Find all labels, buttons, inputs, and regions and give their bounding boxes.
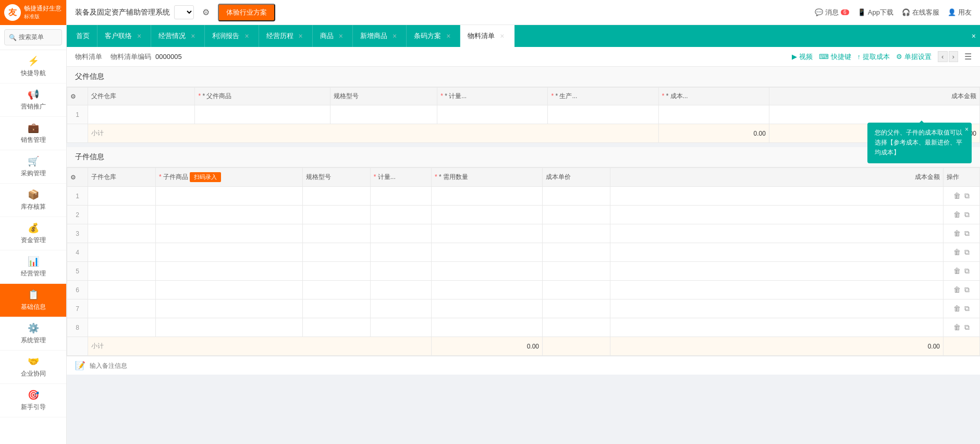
child-row-2-spec[interactable] bbox=[302, 206, 370, 224]
child-row-6-qty-unit[interactable] bbox=[370, 281, 431, 299]
sidebar-item-quick-nav[interactable]: ⚡ 快捷导航 bbox=[0, 50, 66, 83]
child-row-5-product[interactable] bbox=[155, 262, 302, 281]
child-row-5-unit-cost[interactable] bbox=[542, 262, 610, 281]
child-row-1-warehouse[interactable] bbox=[88, 187, 156, 206]
note-input[interactable] bbox=[90, 362, 972, 369]
child-row-2-warehouse[interactable] bbox=[88, 206, 156, 224]
delete-row-7-btn[interactable]: 🗑 bbox=[952, 303, 962, 314]
online-service-item[interactable]: 🎧 在线客服 bbox=[902, 8, 939, 17]
tab-new-goods[interactable]: 新增商品 × bbox=[353, 25, 407, 47]
tab-operations-close[interactable]: × bbox=[189, 32, 197, 40]
child-row-1-needed-qty[interactable] bbox=[431, 187, 542, 206]
tab-home[interactable]: 首页 bbox=[69, 25, 97, 47]
child-row-7-spec[interactable] bbox=[302, 299, 370, 318]
child-row-8-qty-unit[interactable] bbox=[370, 318, 431, 337]
child-row-7-warehouse[interactable] bbox=[88, 299, 156, 318]
list-view-icon[interactable]: ☰ bbox=[964, 52, 972, 62]
child-row-6-warehouse[interactable] bbox=[88, 281, 156, 299]
child-row-5-amount[interactable] bbox=[610, 262, 943, 281]
gear-icon[interactable]: ⚙ bbox=[198, 5, 214, 19]
sidebar-item-purchase[interactable]: 🛒 采购管理 bbox=[0, 150, 66, 184]
child-row-4-needed-qty[interactable] bbox=[431, 243, 542, 262]
child-row-7-needed-qty[interactable] bbox=[431, 299, 542, 318]
child-row-5-spec[interactable] bbox=[302, 262, 370, 281]
tab-goods-close[interactable]: × bbox=[337, 32, 345, 40]
child-row-8-needed-qty[interactable] bbox=[431, 318, 542, 337]
child-row-1-product[interactable] bbox=[155, 187, 302, 206]
tab-profit-close[interactable]: × bbox=[242, 32, 251, 40]
tooltip-close-btn[interactable]: × bbox=[965, 125, 969, 135]
child-row-4-product[interactable] bbox=[155, 243, 302, 262]
copy-row-2-btn[interactable]: ⧉ bbox=[963, 209, 971, 220]
tab-bom-close[interactable]: × bbox=[498, 32, 506, 40]
child-row-2-product[interactable] bbox=[155, 206, 302, 224]
tab-customer[interactable]: 客户联络 × bbox=[97, 25, 151, 47]
child-row-1-unit-cost[interactable] bbox=[542, 187, 610, 206]
sidebar-item-operations[interactable]: 📊 经营管理 bbox=[0, 250, 66, 284]
single-settings-action[interactable]: ⚙ 单据设置 bbox=[896, 52, 932, 62]
sidebar-item-inventory[interactable]: 📦 库存核算 bbox=[0, 184, 66, 217]
tab-history[interactable]: 经营历程 × bbox=[259, 25, 313, 47]
child-row-5-warehouse[interactable] bbox=[88, 262, 156, 281]
tab-new-goods-close[interactable]: × bbox=[390, 32, 399, 40]
child-row-4-amount[interactable] bbox=[610, 243, 943, 262]
child-row-2-needed-qty[interactable] bbox=[431, 206, 542, 224]
sidebar-item-system[interactable]: ⚙️ 系统管理 bbox=[0, 317, 66, 351]
system-selector[interactable] bbox=[174, 5, 194, 19]
child-row-8-product[interactable] bbox=[155, 318, 302, 337]
copy-row-4-btn[interactable]: ⧉ bbox=[963, 247, 971, 258]
parent-row-1-warehouse[interactable] bbox=[88, 105, 195, 124]
sidebar-item-basic-info[interactable]: 📋 基础信息 bbox=[0, 284, 66, 317]
child-row-3-spec[interactable] bbox=[302, 224, 370, 243]
copy-row-5-btn[interactable]: ⧉ bbox=[963, 266, 971, 277]
delete-row-5-btn[interactable]: 🗑 bbox=[952, 266, 962, 276]
parent-row-1-cost[interactable] bbox=[658, 105, 769, 124]
tab-customer-close[interactable]: × bbox=[135, 32, 143, 40]
search-menu-button[interactable]: 🔍 搜索菜单 bbox=[4, 29, 62, 45]
child-row-6-needed-qty[interactable] bbox=[431, 281, 542, 299]
copy-row-7-btn[interactable]: ⧉ bbox=[963, 303, 971, 314]
child-row-2-qty-unit[interactable] bbox=[370, 206, 431, 224]
child-col-settings[interactable]: ⚙ bbox=[67, 168, 88, 187]
child-row-5-needed-qty[interactable] bbox=[431, 262, 542, 281]
copy-row-6-btn[interactable]: ⧉ bbox=[963, 284, 971, 295]
shortcut-action[interactable]: ⌨ 快捷键 bbox=[819, 52, 851, 62]
delete-row-8-btn[interactable]: 🗑 bbox=[952, 322, 962, 332]
delete-row-6-btn[interactable]: 🗑 bbox=[952, 284, 962, 295]
child-row-2-amount[interactable] bbox=[610, 206, 943, 224]
delete-row-1-btn[interactable]: 🗑 bbox=[952, 190, 962, 201]
scan-btn[interactable]: 扫码录入 bbox=[190, 172, 221, 182]
trial-button[interactable]: 体验行业方案 bbox=[218, 4, 275, 21]
child-row-8-spec[interactable] bbox=[302, 318, 370, 337]
sidebar-item-guide[interactable]: 🎯 新手引导 bbox=[0, 384, 66, 417]
tab-barcode[interactable]: 条码方案 × bbox=[407, 25, 460, 47]
parent-row-1-produce[interactable] bbox=[548, 105, 658, 124]
delete-row-4-btn[interactable]: 🗑 bbox=[952, 247, 962, 257]
child-row-8-amount[interactable] bbox=[610, 318, 943, 337]
tab-profit[interactable]: 利润报告 × bbox=[205, 25, 259, 47]
child-row-3-unit-cost[interactable] bbox=[542, 224, 610, 243]
delete-row-2-btn[interactable]: 🗑 bbox=[952, 209, 962, 220]
sidebar-item-finance[interactable]: 💰 资金管理 bbox=[0, 217, 66, 250]
parent-row-1-product[interactable] bbox=[195, 105, 330, 124]
extract-cost-action[interactable]: ↑ 提取成本 bbox=[858, 52, 890, 62]
child-row-4-unit-cost[interactable] bbox=[542, 243, 610, 262]
child-row-6-product[interactable] bbox=[155, 281, 302, 299]
child-row-3-qty-unit[interactable] bbox=[370, 224, 431, 243]
child-row-6-unit-cost[interactable] bbox=[542, 281, 610, 299]
app-download-item[interactable]: 📱 App下载 bbox=[858, 8, 893, 17]
parent-row-1-spec[interactable] bbox=[330, 105, 437, 124]
tab-operations[interactable]: 经营情况 × bbox=[151, 25, 205, 47]
prev-arrow[interactable]: ‹ bbox=[938, 51, 947, 62]
child-row-6-amount[interactable] bbox=[610, 281, 943, 299]
copy-row-8-btn[interactable]: ⧉ bbox=[963, 322, 971, 333]
child-row-4-warehouse[interactable] bbox=[88, 243, 156, 262]
copy-row-3-btn[interactable]: ⧉ bbox=[963, 228, 971, 239]
parent-col-settings[interactable]: ⚙ bbox=[67, 88, 88, 105]
next-arrow[interactable]: › bbox=[949, 51, 958, 62]
child-row-7-product[interactable] bbox=[155, 299, 302, 318]
child-row-2-unit-cost[interactable] bbox=[542, 206, 610, 224]
child-row-4-spec[interactable] bbox=[302, 243, 370, 262]
close-all-tabs[interactable]: × bbox=[970, 32, 978, 40]
child-row-1-amount[interactable] bbox=[610, 187, 943, 206]
